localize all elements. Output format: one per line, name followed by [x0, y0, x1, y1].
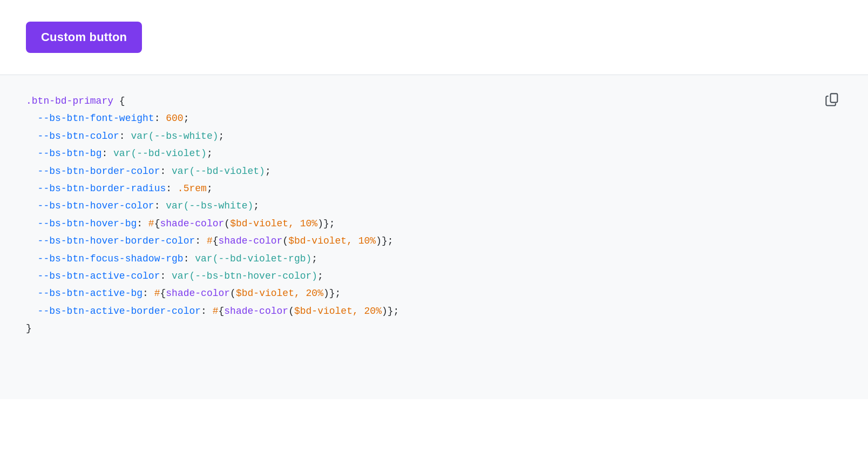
css-property-3: --bs-btn-bg: [38, 148, 102, 159]
css-property-7: --bs-btn-hover-bg: [38, 218, 137, 229]
code-line-close: }: [26, 320, 842, 337]
code-line-9: --bs-btn-focus-shadow-rgb: var(--bd-viol…: [26, 250, 842, 267]
css-value-2: var(--bs-white): [131, 131, 218, 142]
code-line-selector: .btn-bd-primary {: [26, 92, 842, 110]
css-selector: .btn-bd-primary: [26, 96, 113, 106]
css-value-6: var(--bs-white): [166, 200, 253, 211]
css-property-9: --bs-btn-focus-shadow-rgb: [38, 253, 184, 264]
clipboard-icon: [825, 92, 840, 107]
code-line-1: --bs-btn-font-weight: 600;: [26, 110, 842, 127]
close-brace: }: [26, 323, 32, 334]
css-func-8: shade-color: [219, 236, 283, 246]
css-func-11: shade-color: [166, 288, 230, 299]
css-property-6: --bs-btn-hover-color: [38, 200, 154, 211]
css-value-4: var(--bd-violet): [172, 166, 265, 177]
css-param-11: $bd-violet, 20%: [236, 288, 323, 299]
code-line-6: --bs-btn-hover-color: var(--bs-white);: [26, 197, 842, 214]
css-property-4: --bs-btn-border-color: [38, 166, 160, 177]
css-func-7: shade-color: [160, 218, 224, 229]
code-line-4: --bs-btn-border-color: var(--bd-violet);: [26, 163, 842, 180]
css-property-8: --bs-btn-hover-border-color: [38, 236, 195, 246]
css-value-9: var(--bd-violet-rgb): [195, 253, 311, 264]
code-block: .btn-bd-primary { --bs-btn-font-weight: …: [26, 92, 842, 337]
code-line-12: --bs-btn-active-border-color: #{shade-co…: [26, 302, 842, 320]
code-line-7: --bs-btn-hover-bg: #{shade-color($bd-vio…: [26, 215, 842, 232]
css-value-3: var(--bd-violet): [113, 148, 207, 159]
code-line-11: --bs-btn-active-bg: #{shade-color($bd-vi…: [26, 285, 842, 302]
css-value-1: 600: [166, 113, 183, 124]
css-value-5: .5rem: [178, 183, 207, 194]
css-property-5: --bs-btn-border-radius: [38, 183, 166, 194]
css-property-12: --bs-btn-active-border-color: [38, 306, 201, 317]
preview-section: Custom button: [0, 0, 868, 75]
css-value-8a: #: [207, 236, 213, 246]
copy-button[interactable]: [823, 90, 842, 111]
css-value-12a: #: [213, 306, 219, 317]
code-section: .btn-bd-primary { --bs-btn-font-weight: …: [0, 75, 868, 399]
open-brace: {: [119, 96, 125, 106]
css-property-10: --bs-btn-active-color: [38, 271, 160, 281]
css-property-2: --bs-btn-color: [38, 131, 119, 142]
css-value-10: var(--bs-btn-hover-color): [172, 271, 317, 281]
custom-button[interactable]: Custom button: [26, 22, 142, 53]
css-value-7a: #: [148, 218, 154, 229]
css-value-11a: #: [154, 288, 160, 299]
css-param-7: $bd-violet, 10%: [230, 218, 317, 229]
svg-rect-0: [831, 93, 838, 102]
code-line-5: --bs-btn-border-radius: .5rem;: [26, 180, 842, 197]
code-line-3: --bs-btn-bg: var(--bd-violet);: [26, 145, 842, 162]
css-func-12: shade-color: [224, 306, 288, 317]
css-property-1: --bs-btn-font-weight: [38, 113, 154, 124]
code-line-2: --bs-btn-color: var(--bs-white);: [26, 127, 842, 145]
code-line-10: --bs-btn-active-color: var(--bs-btn-hove…: [26, 267, 842, 285]
css-property-11: --bs-btn-active-bg: [38, 288, 143, 299]
css-param-8: $bd-violet, 10%: [288, 236, 376, 246]
code-line-8: --bs-btn-hover-border-color: #{shade-col…: [26, 232, 842, 250]
css-param-12: $bd-violet, 20%: [294, 306, 382, 317]
